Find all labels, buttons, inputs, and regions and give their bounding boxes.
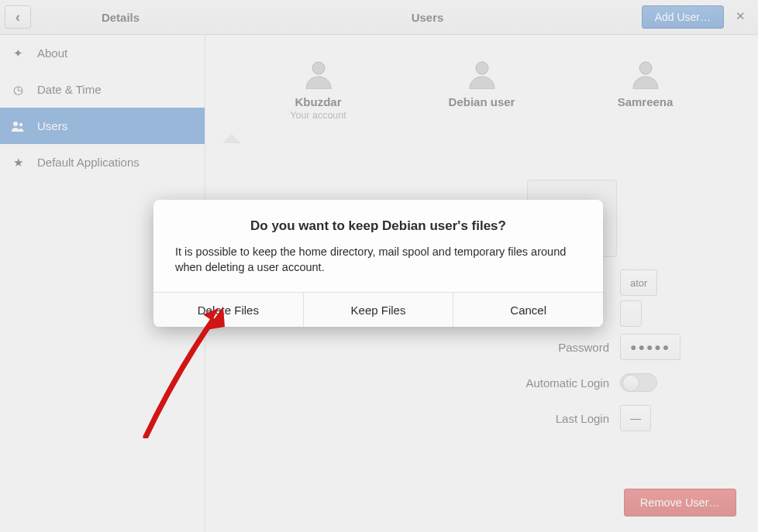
dialog-actions: Delete Files Keep Files Cancel [153,292,603,327]
dialog-message: It is possible to keep the home director… [175,245,581,275]
keep-files-button[interactable]: Keep Files [304,293,454,327]
dialog-title: Do you want to keep Debian user's files? [175,218,581,234]
cancel-button[interactable]: Cancel [453,293,603,327]
delete-files-button[interactable]: Delete Files [153,293,304,327]
confirm-delete-dialog: Do you want to keep Debian user's files?… [153,200,603,327]
